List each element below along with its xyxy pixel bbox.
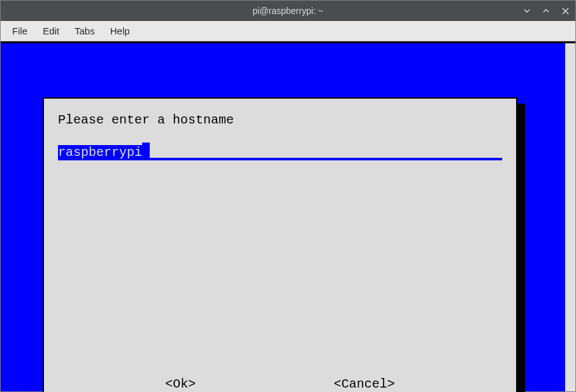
hostname-input[interactable]: raspberrypi: [58, 145, 502, 160]
window-controls: [522, 6, 570, 16]
minimize-icon[interactable]: [522, 6, 532, 16]
maximize-icon[interactable]: [541, 6, 551, 16]
cancel-button[interactable]: <Cancel>: [334, 377, 395, 391]
menu-help[interactable]: Help: [104, 23, 136, 39]
window-title: pi@raspberrypi: ~: [252, 6, 323, 16]
menu-edit[interactable]: Edit: [36, 23, 66, 39]
close-icon[interactable]: [560, 6, 570, 16]
menu-tabs[interactable]: Tabs: [68, 23, 101, 39]
menu-file[interactable]: File: [6, 23, 34, 39]
window-titlebar: pi@raspberrypi: ~: [1, 1, 575, 21]
terminal-window: pi@raspberrypi: ~ File Edit Tabs Help Pl…: [0, 0, 576, 392]
dialog-prompt: Please enter a hostname: [58, 113, 502, 127]
vertical-scrollbar[interactable]: [565, 43, 575, 391]
menu-bar: File Edit Tabs Help: [1, 21, 575, 41]
hostname-dialog: Please enter a hostname raspberrypi <Ok>…: [43, 97, 517, 392]
hostname-input-value: raspberrypi: [58, 145, 142, 160]
dialog-button-row: <Ok> <Cancel>: [58, 377, 502, 392]
terminal-viewport: Please enter a hostname raspberrypi <Ok>…: [1, 41, 575, 391]
hostname-input-underline: [142, 145, 502, 160]
ok-button[interactable]: <Ok>: [165, 377, 196, 391]
